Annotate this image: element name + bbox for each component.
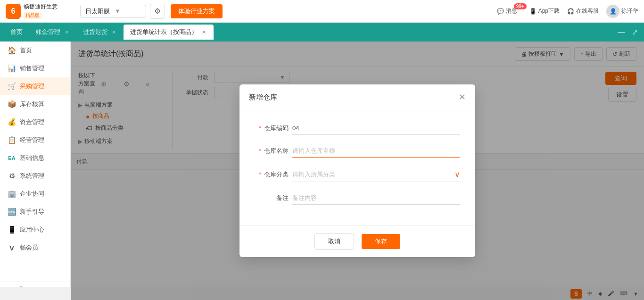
sidebar-label-system: 系统管理 (20, 172, 44, 180)
messages-button[interactable]: 💬 消息 99+ (492, 7, 522, 15)
required-star-name: * (259, 147, 261, 154)
sidebar-item-home[interactable]: 🏠 首页 (0, 42, 70, 59)
tab-bar: 首页 账套管理 ✕ 进货退货 ✕ 进货单统计表（按商品） ✕ — ⤢ (0, 23, 644, 42)
enterprise-icon: 🏢 (8, 190, 16, 198)
store-dropdown-arrow: ▼ (115, 8, 141, 15)
sidebar-label-enterprise: 企业协同 (20, 190, 44, 198)
purchase-icon: 🛒 (8, 82, 16, 91)
form-row-code: * 仓库编码 (255, 122, 460, 135)
header-right: 💬 消息 99+ 📱 App下载 🎧 在线客服 👤 徐泽华 (492, 5, 638, 18)
form-row-remark: 备注 (255, 192, 460, 205)
app-center-icon: 📱 (8, 225, 16, 234)
remark-input[interactable] (292, 192, 460, 205)
system-icon: ⚙ (8, 172, 16, 180)
required-star: * (259, 125, 261, 132)
home-icon: 🏠 (8, 46, 16, 55)
purchase-return-tab-close[interactable]: ✕ (110, 29, 117, 35)
sidebar-item-system[interactable]: ⚙ 系统管理 (0, 167, 70, 185)
save-button[interactable]: 保存 (362, 234, 400, 249)
modal-footer: 取消 保存 (239, 225, 475, 257)
sidebar-item-app-center[interactable]: 📱 应用中心 (0, 221, 70, 239)
message-badge: 99+ (514, 3, 527, 9)
sidebar-item-operations[interactable]: 📋 经营管理 (0, 131, 70, 149)
modal-overlay[interactable]: 新增仓库 ✕ * 仓库编码 (71, 42, 644, 300)
main-layout: 🏠 首页 📊 销售管理 🛒 采购管理 📦 库存核算 💰 资金管理 📋 经营管理 … (0, 42, 644, 300)
user-menu[interactable]: 👤 徐泽华 (606, 5, 638, 18)
sidebar: 🏠 首页 📊 销售管理 🛒 采购管理 📦 库存核算 💰 资金管理 📋 经营管理 … (0, 42, 71, 300)
accounts-tab-label: 账套管理 (36, 28, 60, 36)
tab-home[interactable]: 首页 (4, 25, 29, 40)
sidebar-item-purchase[interactable]: 🛒 采购管理 (0, 77, 70, 95)
form-row-name: * 仓库名称 (255, 144, 460, 158)
code-label: * 仓库编码 (255, 124, 292, 133)
logo-icon: 6 (6, 4, 21, 19)
sidebar-item-enterprise[interactable]: 🏢 企业协同 (0, 185, 70, 203)
warehouse-name-input[interactable] (292, 144, 460, 158)
home-tab-label: 首页 (10, 28, 23, 36)
tab-minimize-button[interactable]: — (616, 26, 627, 38)
cancel-button[interactable]: 取消 (314, 233, 354, 250)
gear-icon: ⚙ (154, 7, 161, 16)
sidebar-label-guide: 新手引导 (20, 208, 44, 216)
store-selector[interactable]: 日太阳膜 ▼ (80, 5, 146, 18)
warehouse-code-input[interactable] (292, 122, 460, 135)
sidebar-label-app-center: 应用中心 (20, 225, 44, 234)
sidebar-label-home: 首页 (20, 46, 32, 55)
modal-title: 新增仓库 (249, 93, 459, 102)
tab-controls: — ⤢ (616, 26, 640, 38)
purchase-stats-tab-label: 进货单统计表（按商品） (130, 28, 198, 36)
sidebar-label-member: 畅会员 (20, 243, 38, 252)
logo-area: 6 畅捷通好生意 精品版 (6, 3, 76, 19)
settings-button[interactable]: ⚙ (150, 4, 165, 19)
trial-button[interactable]: 体验行业方案 (171, 4, 223, 18)
operations-icon: 📋 (8, 136, 16, 144)
sidebar-label-basic-info: 基础信息 (20, 154, 44, 162)
online-service-button[interactable]: 🎧 在线客服 (567, 7, 599, 15)
sidebar-item-guide[interactable]: 🆕 新手引导 (0, 203, 70, 221)
required-star-category: * (259, 171, 261, 178)
sidebar-label-inventory: 库存核算 (20, 100, 44, 108)
category-label: * 仓库分类 (255, 170, 292, 179)
modal-body: * 仓库编码 * 仓库名称 (239, 110, 475, 225)
modal-close-button[interactable]: ✕ (459, 92, 466, 102)
category-select[interactable]: 请输入所属分类 ∨ (292, 167, 460, 182)
add-warehouse-modal: 新增仓库 ✕ * 仓库编码 (239, 84, 475, 257)
sidebar-item-member[interactable]: V 畅会员 (0, 239, 70, 257)
sidebar-item-finance[interactable]: 💰 资金管理 (0, 113, 70, 131)
top-header: 6 畅捷通好生意 精品版 日太阳膜 ▼ ⚙ 体验行业方案 💬 消息 99+ 📱 … (0, 0, 644, 23)
modal-header: 新增仓库 ✕ (239, 84, 475, 110)
purchase-return-tab-label: 进货退货 (83, 28, 107, 36)
phone-icon: 📱 (529, 8, 537, 15)
tab-purchase-return[interactable]: 进货退货 ✕ (76, 25, 124, 40)
sidebar-item-inventory[interactable]: 📦 库存核算 (0, 95, 70, 113)
form-row-category: * 仓库分类 请输入所属分类 ∨ (255, 167, 460, 182)
sidebar-item-basic-info[interactable]: EA 基础信息 (0, 149, 70, 167)
basic-info-icon: EA (8, 155, 16, 161)
sidebar-label-operations: 经营管理 (20, 136, 44, 144)
content-area: 进货单统计(按商品) 🖨 按模板打印 ▼ ↑ 导出 ↺ 刷新 (71, 42, 644, 300)
accounts-tab-close[interactable]: ✕ (63, 29, 70, 35)
avatar: 👤 (606, 5, 619, 18)
sidebar-label-finance: 资金管理 (20, 118, 44, 126)
guide-icon: 🆕 (8, 208, 16, 216)
sidebar-label-purchase: 采购管理 (20, 82, 44, 91)
logo-text: 畅捷通好生意 精品版 (24, 3, 58, 19)
member-icon: V (8, 244, 16, 252)
message-icon: 💬 (497, 8, 504, 15)
app-download-button[interactable]: 📱 App下载 (529, 7, 560, 15)
tab-purchase-stats[interactable]: 进货单统计表（按商品） ✕ (124, 25, 214, 40)
sidebar-item-sales[interactable]: 📊 销售管理 (0, 59, 70, 77)
inventory-icon: 📦 (8, 100, 16, 108)
tab-expand-button[interactable]: ⤢ (629, 26, 640, 38)
purchase-stats-tab-close[interactable]: ✕ (200, 29, 207, 35)
sales-icon: 📊 (8, 64, 16, 73)
tab-accounts[interactable]: 账套管理 ✕ (29, 25, 76, 40)
headset-icon: 🎧 (567, 8, 574, 15)
user-icon: 👤 (610, 8, 617, 15)
sidebar-label-sales: 销售管理 (20, 64, 44, 73)
category-dropdown-arrow: ∨ (454, 170, 460, 179)
name-label: * 仓库名称 (255, 147, 292, 155)
finance-icon: 💰 (8, 118, 16, 126)
remark-label: 备注 (255, 194, 292, 202)
